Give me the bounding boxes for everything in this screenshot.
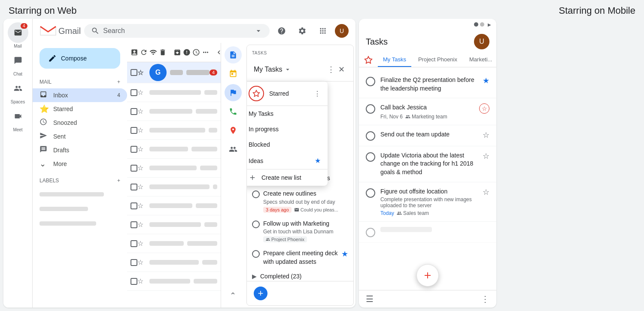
dropdown-more-icon[interactable]: ⋮ [314,90,321,98]
search-bar[interactable]: Search [84,24,270,38]
mobile-task-star-4[interactable]: ☆ [483,151,489,161]
report-button[interactable] [183,45,191,60]
tasks-close-button[interactable]: ✕ [337,63,346,76]
mobile-task-star-1[interactable]: ★ [483,76,489,85]
email-checkbox[interactable] [131,240,137,247]
email-checkbox[interactable] [131,108,137,115]
mobile-tab-project-phoenix[interactable]: Project Phoenix [413,53,462,67]
user-avatar[interactable]: U [335,24,349,38]
email-star-icon[interactable]: ☆ [137,88,146,97]
apps-button[interactable] [314,22,331,39]
mobile-task-check-6[interactable] [366,228,375,237]
dropdown-item-blocked[interactable]: Blocked [246,137,328,152]
sidebar-item-more[interactable]: ⌄ More [33,157,127,171]
snooze-button[interactable] [192,45,200,60]
email-star-icon[interactable]: ☆ [137,69,146,77]
list-item[interactable]: Follow up with Marketing Get in touch wi… [247,216,353,246]
table-row[interactable]: ☆ [127,178,221,196]
completed-section[interactable]: ▶ Completed (23) [247,269,353,281]
email-checkbox[interactable] [131,259,137,266]
mobile-tab-marketing[interactable]: Marketi... [464,53,496,67]
dropdown-item-starred[interactable]: Starred ⋮ [246,82,328,106]
task-checkbox-2[interactable] [252,190,260,198]
email-checkbox[interactable] [131,146,137,153]
email-checkbox[interactable] [131,202,137,209]
email-star-icon[interactable]: ☆ [137,145,146,153]
list-item[interactable]: Update Victoria about the latest change … [359,146,496,182]
calendar-icon-button[interactable] [225,65,242,82]
table-row[interactable]: ☆ [127,159,221,178]
nav-item-chat[interactable]: Chat [8,50,28,76]
email-checkbox[interactable] [131,278,137,285]
task-checkbox-3[interactable] [252,220,260,228]
mail-section-add[interactable]: + [117,79,120,85]
docs-icon-button[interactable] [225,46,242,63]
labels-add-icon[interactable]: + [117,178,120,184]
contacts-icon-button[interactable] [225,103,242,120]
table-row[interactable]: ☆ [127,253,221,272]
nav-item-meet[interactable]: Meet [8,106,28,132]
nav-item-spaces[interactable]: Spaces [8,78,28,104]
mobile-task-check-3[interactable] [366,131,375,141]
task-star-icon-4[interactable]: ★ [341,249,348,259]
email-star-icon[interactable]: ☆ [137,277,146,285]
expand-strip-button[interactable]: ⌃ [225,287,242,304]
chat-icon[interactable] [8,50,28,71]
email-star-icon[interactable]: ☆ [137,126,146,134]
mobile-task-check-4[interactable] [366,152,375,162]
list-item[interactable]: Prepare client meeting deck with updated… [247,246,353,269]
email-star-icon[interactable]: ☆ [137,164,146,172]
table-row[interactable]: ☆ [127,196,221,215]
email-star-icon[interactable]: ☆ [137,202,146,210]
mobile-more-icon[interactable]: ⋮ [481,294,489,304]
mobile-fab[interactable] [416,264,439,287]
list-item[interactable]: Create new outlines Specs should out by … [247,186,353,216]
people-icon-button[interactable] [225,141,242,158]
mobile-task-check-1[interactable] [366,77,375,86]
help-button[interactable] [273,22,290,39]
sidebar-item-starred[interactable]: ⭐ Starred [33,102,127,116]
list-item[interactable] [359,222,496,243]
archive-button[interactable] [173,45,181,60]
tasks-icon-button[interactable] [225,84,242,101]
email-star-icon[interactable]: ☆ [137,183,146,191]
dropdown-item-in-progress[interactable]: In progress [246,121,328,137]
table-row[interactable]: ☆ [127,272,221,291]
mobile-menu-icon[interactable]: ☰ [366,294,374,304]
mark-unread-button[interactable] [149,45,157,60]
dropdown-item-my-tasks[interactable]: My Tasks [246,106,328,121]
compose-button[interactable]: Compose [39,48,120,69]
prev-page-button[interactable] [211,45,221,60]
delete-button[interactable] [159,45,167,60]
task-checkbox-4[interactable] [252,250,260,258]
sidebar-item-drafts[interactable]: Drafts [33,143,127,157]
refresh-button[interactable] [140,45,148,60]
nav-item-mail[interactable]: 4 Mail [8,22,28,48]
email-checkbox[interactable] [131,89,137,96]
table-row[interactable]: ☆ [127,140,221,159]
mobile-task-star-2[interactable]: ☆ [479,103,489,114]
email-star-icon[interactable]: ☆ [137,239,146,248]
dropdown-item-create-new-list[interactable]: Create new list [246,169,328,186]
spaces-icon[interactable] [8,78,28,99]
mobile-user-avatar[interactable]: U [474,34,489,49]
settings-button[interactable] [294,22,311,39]
table-row[interactable]: ☆ [127,83,221,102]
maps-icon-button[interactable] [225,122,242,139]
email-checkbox[interactable] [131,221,137,228]
more-button-toolbar[interactable] [202,45,210,60]
table-row[interactable]: ☆ [127,234,221,253]
search-dropdown-icon[interactable] [254,27,263,35]
table-row[interactable]: ☆ [127,102,221,121]
mobile-tab-my-tasks[interactable]: My Tasks [378,53,411,67]
select-all-button[interactable] [131,45,138,60]
tasks-dropdown-icon[interactable] [284,66,292,73]
email-star-icon[interactable]: ☆ [137,107,146,115]
email-checkbox[interactable] [131,184,137,190]
mobile-task-star-5[interactable]: ☆ [483,187,489,197]
email-checkbox[interactable] [131,69,137,76]
email-star-icon[interactable]: ☆ [137,258,146,266]
sidebar-item-sent[interactable]: Sent [33,130,127,143]
list-item[interactable]: Send out the team update ☆ [359,125,496,146]
mobile-task-check-5[interactable] [366,188,375,198]
